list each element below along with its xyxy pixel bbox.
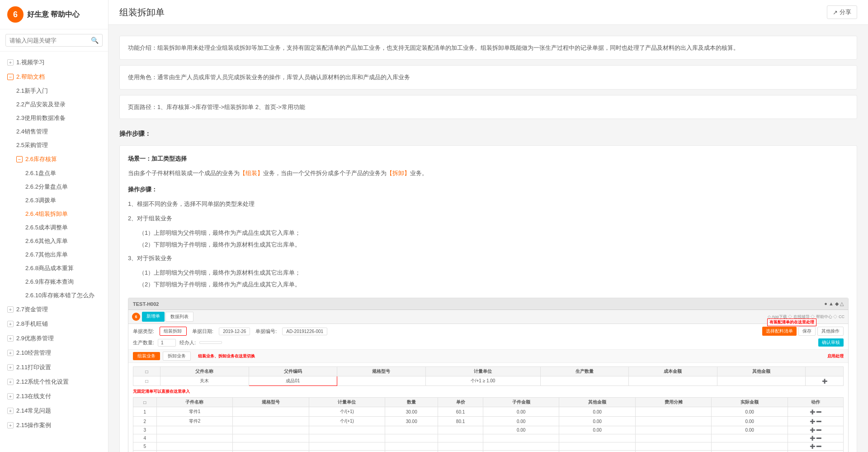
sidebar-item-2-6-1[interactable]: 2.6.1盘点单 [0,167,108,180]
nav-tree: + 1.视频学习 − 2.帮助文档 2.1新手入门 2.2产品安装及登录 2.3… [0,52,108,452]
mock-btn-confirm[interactable]: 确认审核 [818,338,844,347]
cell-action[interactable]: ➕ [806,376,844,386]
share-button[interactable]: ↗ 分享 [827,5,857,19]
intro-block-1: 功能介绍：组装拆卸单用来处理企业组装或拆卸等加工业务，支持有固定装配清单的产品加… [119,36,857,60]
sidebar-item-label: 2.帮助文档 [16,73,45,81]
col-sub-name: 子件名称 [156,398,232,407]
lower-table: □ 子件名称 规格型号 计量单位 数量 单价 子件金额 其他金额 费用分摊 [133,397,844,452]
sidebar-item-2-6-7[interactable]: 2.6.7其他出库单 [0,248,108,262]
table-row: 2 零件2 个/(+1) 30.00 80.1 0.00 0.00 0. [133,417,844,426]
sidebar-item-2-6-5[interactable]: 2.6.5成本调整单 [0,221,108,234]
sidebar-item-video[interactable]: + 1.视频学习 [0,55,108,70]
sidebar-item-2-6-6[interactable]: 2.6.6其他入库单 [0,234,108,248]
sidebar-item-2-3[interactable]: 2.3使用前数据准备 [0,111,108,125]
mock-form-label-no: 单据编号: [255,328,277,335]
sidebar-item-2-10[interactable]: + 2.10经营管理 [0,346,108,360]
sidebar-item-label: 2.14常见问题 [16,407,51,415]
cell-cost [629,376,717,386]
sidebar-item-2-12[interactable]: + 2.12系统个性化设置 [0,375,108,389]
mock-btn-assemble[interactable]: 组装业务 [133,352,160,360]
content-area: 功能介绍：组装拆卸单用来处理企业组装或拆卸等加工业务，支持有固定装配清单的产品加… [108,25,868,452]
search-icon[interactable]: 🔍 [91,37,99,44]
col-cost: 成本金额 [629,367,717,376]
col-other-amt: 其他金额 [717,367,806,376]
sidebar-item-2-14[interactable]: + 2.14常见问题 [0,404,108,418]
sidebar-item-2-6-9[interactable]: 2.6.9库存账本查询 [0,275,108,289]
sidebar-item-2-8[interactable]: + 2.8手机旺铺 [0,317,108,331]
sidebar-item-label: 2.8手机旺铺 [16,320,48,328]
logo-icon: 6 [7,6,24,23]
share-icon: ↗ [833,9,838,16]
mock-type-input[interactable]: 组装拆卸 [160,327,187,336]
sidebar-item-2-7[interactable]: + 2.7资金管理 [0,302,108,317]
sidebar-item-2-15[interactable]: + 2.15操作案例 [0,418,108,433]
mock-tab-list[interactable]: 数据列表 [165,312,193,322]
sidebar-item-2-4[interactable]: 2.4销售管理 [0,125,108,138]
sidebar-item-label: 2.7资金管理 [16,305,48,314]
browser-id: TEST-H002 [133,301,159,307]
mock-date-input[interactable]: 2019-12-26 [219,328,250,335]
expand-icon: + [7,408,14,414]
cell-qty [540,376,629,386]
sidebar-item-2-6-10[interactable]: 2.6.10库存账本错了怎么办 [0,289,108,302]
annotation-1: 有装配清单的在这里处理 [767,319,816,326]
intro-text-1: 功能介绍：组装拆卸单用来处理企业组装或拆卸等加工业务，支持有固定装配清单的产品加… [128,44,739,51]
sidebar-item-2-2[interactable]: 2.2产品安装及登录 [0,98,108,111]
mock-btn-other[interactable]: 其他操作 [817,327,844,336]
main-content: 组装拆卸单 ↗ 分享 功能介绍：组装拆卸单用来处理企业组装或拆卸等加工业务，支持… [108,0,868,452]
col-qty: 生产数量 [540,367,629,376]
browser-icons: ● ▲ ◆ △ [824,301,844,307]
sidebar-item-2-6-2[interactable]: 2.6.2分量盘点单 [0,180,108,194]
col-sub-spec: 规格型号 [233,398,309,407]
logo-text: 好生意 帮助中心 [27,10,80,19]
lower-table-area: □ 子件名称 规格型号 计量单位 数量 单价 子件金额 其他金额 费用分摊 [128,395,848,452]
search-input[interactable] [9,37,91,44]
sidebar-item-2-6-3[interactable]: 2.6.3调拨单 [0,194,108,207]
mock-person-input[interactable] [199,341,222,344]
sidebar-item-2-11[interactable]: + 2.11打印设置 [0,360,108,375]
expand-icon: + [7,306,14,313]
expand-icon: + [7,335,14,342]
expand-icon: + [7,422,14,428]
sidebar-item-2-6-4[interactable]: 2.6.4组装拆卸单 [0,207,108,221]
col-spec: 规格型号 [337,367,426,376]
screenshot-mockup: TEST-H002 ● ▲ ◆ △ 6 新增单 数据列表 ◇ App下载 ◇ [128,298,849,452]
mock-btn-save[interactable]: 保存 [798,327,816,336]
table-row: 5 ➕ ➖ [133,442,844,451]
sidebar-item-label: 1.视频学习 [16,58,45,67]
sidebar-item-docs[interactable]: − 2.帮助文档 [0,70,108,84]
col-sub-real: 实际金额 [712,398,788,407]
sidebar-item-2-9[interactable]: + 2.9优惠券管理 [0,331,108,346]
step3: 3、对于拆装业务 [128,252,849,264]
step2-sub1: （1）上部明细为父件明细，最终作为产成品生成其它入库单； [128,227,849,239]
sidebar-item-2-13[interactable]: + 2.13在线支付 [0,389,108,404]
table-row: □ 关木 成品01 个/+1 ≥ 1.00 ➕ [133,376,844,386]
sidebar-item-label: 2.9优惠券管理 [16,334,54,343]
mock-tab-new[interactable]: 新增单 [142,312,165,322]
mock-form-label-person: 经办人: [179,339,196,346]
intro-text-3: 页面路径：1、库存核算->库存管理->组装拆卸单 2、首页->常用功能 [128,104,305,110]
table-row: 1 零件1 个/(+1) 30.00 60.1 0.00 0.00 0. [133,407,844,417]
annotation-3: 组装业务、拆卸业务在这里切换 [198,353,255,359]
sidebar-item-2-6-8[interactable]: 2.6.8商品成本重算 [0,262,108,275]
sidebar-item-2-6[interactable]: − 2.6库存核算 [0,152,108,167]
cell-unit: 个/+1 ≥ 1.00 [425,376,540,386]
scene1-title: 场景一：加工类型选择 [128,153,849,165]
mock-btn-disassemble[interactable]: 拆卸业务 [163,352,191,361]
annotation-4: 启用处理 [827,353,844,359]
sidebar-item-2-1[interactable]: 2.1新手入门 [0,84,108,98]
mock-btn-config[interactable]: 选择配料清单 [762,327,797,336]
mock-num-input[interactable]: 1 [158,339,176,347]
sidebar: 6 好生意 帮助中心 🔍 + 1.视频学习 − 2.帮助文档 2.1新手入门 2… [0,0,108,452]
scene1-desc: 当由多个子件材料组装成一个成品的业务为【组装】业务，当由一个父件拆分成多个子产品… [128,167,849,179]
sidebar-item-label: 2.10经营管理 [16,349,51,357]
sidebar-item-2-5[interactable]: 2.5采购管理 [0,138,108,152]
expand-icon: + [7,379,14,385]
step1: 1、根据不同的业务，选择不同单据的类型来处理 [128,198,849,210]
col-unit: 计量单位 [425,367,540,376]
sidebar-item-label: 2.13在线支付 [16,392,51,400]
mock-form-label-type: 单据类型: [133,328,154,335]
cell-checkbox[interactable]: □ [133,376,160,386]
col-sub-action: 动作 [788,398,843,407]
top-bar: 组装拆卸单 ↗ 分享 [108,0,868,25]
